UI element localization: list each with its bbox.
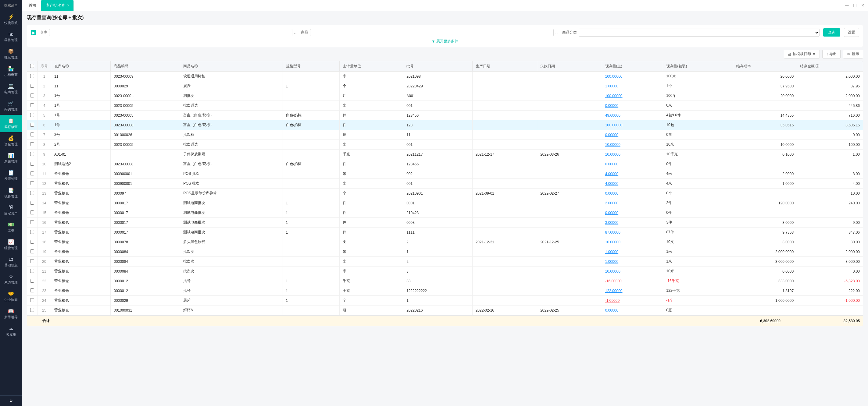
search-button[interactable]: 查询: [823, 28, 840, 37]
sidebar-item-fixed-asset[interactable]: 🏗 固定资产: [0, 202, 22, 219]
row-qty-main[interactable]: 0.00000: [602, 189, 663, 198]
row-checkbox[interactable]: [27, 267, 37, 276]
row-batch: 1111: [403, 228, 472, 237]
row-checkbox[interactable]: [27, 305, 37, 315]
row-qty-main[interactable]: 1.00000: [602, 81, 663, 91]
row-qty-main[interactable]: 100.00000: [602, 91, 663, 101]
row-qty-main[interactable]: 4.00000: [602, 169, 663, 179]
row-checkbox[interactable]: [27, 218, 37, 228]
row-checkbox[interactable]: [27, 110, 37, 120]
maximize-btn[interactable]: □: [852, 3, 858, 8]
sidebar-item-invoice[interactable]: 🧾 发票管理: [0, 167, 22, 184]
row-checkbox[interactable]: [27, 208, 37, 218]
row-checkbox[interactable]: [27, 91, 37, 101]
row-qty-main[interactable]: 1.00000: [602, 257, 663, 267]
row-qty-main[interactable]: -1.00000: [602, 296, 663, 305]
row-checkbox[interactable]: [27, 159, 37, 169]
row-qty-main[interactable]: 49.60000: [602, 110, 663, 120]
row-checkbox[interactable]: [27, 237, 37, 247]
print-button[interactable]: 🖨 按模板打印 ▼: [784, 49, 820, 59]
row-qty-main[interactable]: 100.00000: [602, 120, 663, 130]
ops-icon: 📈: [8, 239, 14, 245]
row-qty-main[interactable]: 10.00000: [602, 140, 663, 149]
row-prod-date: [472, 228, 537, 237]
row-checkbox[interactable]: [27, 101, 37, 110]
row-qty-main[interactable]: 0.00000: [602, 208, 663, 218]
row-checkbox[interactable]: [27, 81, 37, 91]
row-qty-main[interactable]: 10.00000: [602, 267, 663, 276]
row-qty-main[interactable]: 0.00000: [602, 101, 663, 110]
row-checkbox[interactable]: [27, 169, 37, 179]
row-checkbox[interactable]: [27, 189, 37, 198]
col-checkbox[interactable]: [27, 61, 37, 72]
row-no: 14: [37, 198, 51, 208]
row-qty-main[interactable]: 2.00000: [602, 198, 663, 208]
row-qty-main[interactable]: 0.00000: [602, 130, 663, 140]
row-total-cost: 4.00: [797, 179, 863, 189]
sidebar-item-payroll[interactable]: 💵 工资: [0, 219, 22, 236]
sidebar-item-purchase[interactable]: 🛒 采购管理: [0, 98, 22, 115]
row-unit-cost: [733, 189, 797, 198]
tab-home[interactable]: 首页: [24, 0, 41, 11]
row-checkbox[interactable]: [27, 179, 37, 189]
sidebar-item-basic[interactable]: 🗂 基础信息: [0, 253, 22, 270]
row-qty-main[interactable]: -16.00000: [602, 276, 663, 286]
sidebar-item-cloud[interactable]: ☁ 云应用: [0, 323, 22, 340]
category-select[interactable]: [579, 29, 819, 37]
row-checkbox[interactable]: [27, 296, 37, 305]
row-qty-main[interactable]: 3.00000: [602, 218, 663, 228]
sidebar-item-system[interactable]: ⚙ 系统管理: [0, 270, 22, 288]
sidebar-logo[interactable]: 搜索菜单: [0, 0, 22, 11]
row-unit: 个: [340, 81, 403, 91]
row-checkbox[interactable]: [27, 198, 37, 208]
sidebar-item-collab[interactable]: 🤝 企业协同: [0, 288, 22, 305]
row-checkbox[interactable]: [27, 130, 37, 140]
row-checkbox[interactable]: [27, 257, 37, 267]
sidebar-item-ops[interactable]: 📈 经营管理: [0, 236, 22, 253]
tab-active[interactable]: 库存批次查 ×: [41, 0, 74, 11]
row-checkbox[interactable]: [27, 228, 37, 237]
sidebar-item-tax[interactable]: 📑 税务管理: [0, 184, 22, 202]
sidebar-item-label: 批发管理: [4, 55, 18, 60]
row-checkbox[interactable]: [27, 247, 37, 257]
row-checkbox[interactable]: [27, 149, 37, 159]
product-input[interactable]: [310, 29, 553, 36]
sidebar-item-guide[interactable]: 📖 新手引导: [0, 305, 22, 323]
minimize-btn[interactable]: ─: [844, 3, 850, 8]
row-checkbox[interactable]: [27, 140, 37, 149]
row-qty-main[interactable]: 0.00000: [602, 159, 663, 169]
warehouse-input[interactable]: [49, 29, 292, 36]
expand-arrow[interactable]: ▶: [31, 30, 36, 35]
sidebar-item-wholesale[interactable]: 📦 批发管理: [0, 45, 22, 63]
row-checkbox[interactable]: [27, 276, 37, 286]
row-checkbox[interactable]: [27, 72, 37, 81]
sidebar-item-retail[interactable]: 🛍 零售管理: [0, 28, 22, 45]
sidebar-item-mini-shop[interactable]: 🏪 小额电商: [0, 63, 22, 80]
close-btn[interactable]: ×: [860, 3, 866, 8]
row-qty-main[interactable]: 122.00000: [602, 286, 663, 296]
sidebar-item-quick-nav[interactable]: ⚡ 快捷导航: [0, 11, 22, 28]
row-qty-main[interactable]: 10.00000: [602, 149, 663, 159]
sidebar-item-ledger[interactable]: 📊 总账管理: [0, 149, 22, 167]
sidebar-settings[interactable]: ⚙: [0, 395, 22, 406]
row-checkbox[interactable]: [27, 286, 37, 296]
sidebar-item-finance[interactable]: 💰 资金管理: [0, 132, 22, 149]
export-button[interactable]: ↑ 导出: [822, 49, 841, 59]
row-qty-main[interactable]: 4.00000: [602, 179, 663, 189]
setting-button[interactable]: 设置: [844, 28, 859, 37]
select-all-checkbox[interactable]: [30, 64, 34, 68]
row-qty-main[interactable]: 10.00000: [602, 237, 663, 247]
tab-close-btn[interactable]: ×: [67, 3, 69, 8]
sidebar-item-label: 云应用: [6, 332, 16, 337]
sidebar-item-inventory[interactable]: 📋 库存核查: [0, 115, 22, 132]
row-qty-main[interactable]: 87.00000: [602, 228, 663, 237]
row-qty-main[interactable]: 1.00000: [602, 247, 663, 257]
row-qty-main[interactable]: 100.00000: [602, 72, 663, 81]
sidebar-item-e-commerce[interactable]: 💻 电商管理: [0, 80, 22, 98]
row-exp-date: 2022-03-26: [537, 149, 602, 159]
row-unit: 米: [340, 257, 403, 267]
display-button[interactable]: 👁 显示: [843, 49, 863, 59]
row-qty-main[interactable]: 0.00000: [602, 305, 663, 315]
filter-expand-btn[interactable]: ▼ 展开更多条件: [31, 39, 859, 44]
row-checkbox[interactable]: [27, 120, 37, 130]
